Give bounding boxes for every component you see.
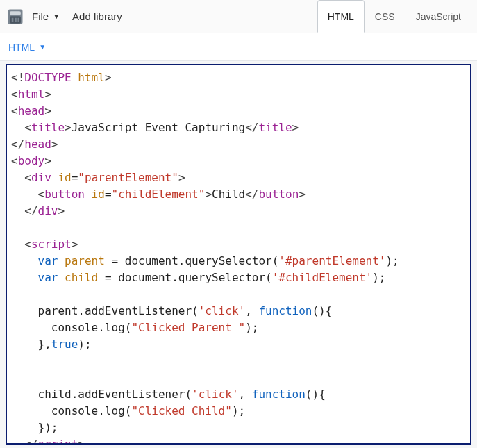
language-label: HTML [8,42,35,53]
function-kw: function [252,388,306,401]
var-kw: var [38,254,58,267]
log-child: "Clicked Child" [131,404,232,417]
click-event: 'click' [199,304,245,317]
function-kw: function [258,304,312,317]
svg-rect-5 [18,17,19,22]
tab-javascript[interactable]: JavaScript [405,0,471,33]
title-text: JavaScript Event Capturing [72,121,245,134]
file-menu[interactable]: File ▼ [32,10,60,22]
add-library-label: Add library [72,10,122,22]
var-kw: var [38,271,58,284]
caret-down-icon: ▼ [53,13,60,20]
svg-rect-3 [12,17,14,22]
svg-rect-1 [10,11,21,15]
tab-css-label: CSS [375,11,395,22]
main-toolbar: File ▼ Add library HTML CSS JavaScript [0,0,477,33]
child-var: child [65,271,98,284]
log-parent: "Clicked Parent " [131,321,245,334]
parent-selector: '#parentElement' [278,254,385,267]
tab-html[interactable]: HTML [317,0,365,33]
tab-js-label: JavaScript [416,11,461,22]
jsbin-icon [6,7,25,26]
language-selector[interactable]: HTML ▼ [8,42,46,53]
child-selector: '#childElement' [272,271,373,284]
child-id: childElement [118,188,199,201]
file-menu-label: File [32,10,49,22]
code-editor[interactable]: <!DOCTYPE html> <html> <head> <title>Jav… [6,64,471,445]
editor-subbar: HTML ▼ [0,33,477,61]
parent-id: parentElement [85,171,171,184]
parent-var: parent [65,254,105,267]
click-event: 'click' [192,388,238,401]
true-kw: true [51,338,78,351]
tab-html-label: HTML [328,11,354,22]
tab-css[interactable]: CSS [365,0,405,33]
panel-tabs: HTML CSS JavaScript [317,0,471,33]
svg-rect-4 [15,17,17,22]
add-library-button[interactable]: Add library [72,10,122,22]
button-text: Child [212,188,245,201]
caret-down-icon: ▼ [39,43,46,51]
